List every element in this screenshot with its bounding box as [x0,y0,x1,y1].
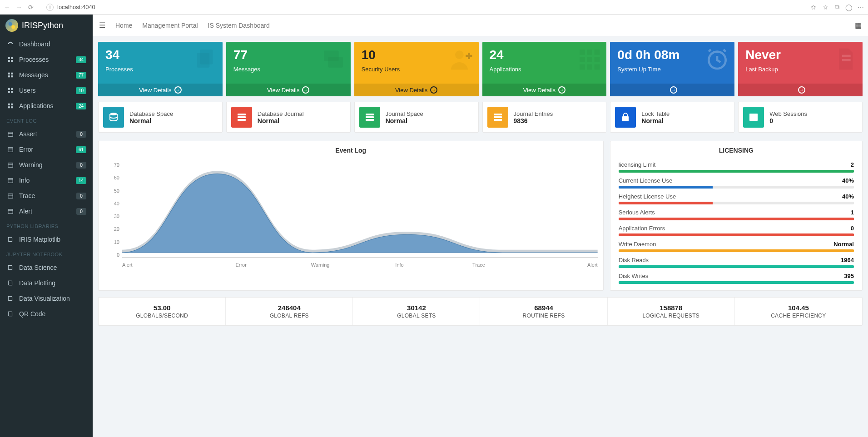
brand-logo-icon [5,19,18,32]
mini-box-web-sessions[interactable]: Web Sessions0 [738,102,863,133]
sidebar-item-processes[interactable]: Processes34 [0,52,93,67]
mini-box-journal-space[interactable]: Journal SpaceNormal [354,102,479,133]
mini-box-journal-entries[interactable]: Journal Entries9836 [482,102,607,133]
arrow-right-icon [430,86,437,94]
sidebar-item-warning[interactable]: Warning0 [0,157,93,173]
favorite-icon[interactable]: ☆ [822,4,829,11]
refresh-icon[interactable]: ⟳ [27,4,35,11]
sidebar-section-jupyter: JUPYTER NOTEBOOK [0,247,93,260]
view-details-link[interactable]: View Details [226,84,351,96]
view-details-link[interactable] [610,84,734,96]
svg-rect-11 [11,88,13,90]
apps-grid-icon[interactable]: ▦ [855,21,862,30]
progress-bar [619,249,854,252]
sidebar-item-label: Messages [19,71,76,79]
more-icon[interactable]: ⋯ [857,4,864,11]
breadcrumb-portal[interactable]: Management Portal [142,22,198,29]
x-tick-label: Trace [439,262,518,268]
svg-rect-53 [366,119,374,121]
mini-title: Database Space [129,110,173,117]
sidebar-item-messages[interactable]: Messages77 [0,67,93,83]
mini-box-database-journal[interactable]: Database JournalNormal [226,102,351,133]
sidebar-item-assert[interactable]: Assert0 [0,126,93,142]
breadcrumb-home[interactable]: Home [115,22,132,29]
licensing-row-current-license-use: Current License Use40% [610,175,862,191]
sidebar-item-label: Info [19,177,76,184]
topbar: ☰ Home Management Portal IS System Dashb… [93,15,868,36]
metric-global-sets: 30142GLOBAL SETS [353,298,480,325]
view-details-link[interactable]: View Details [354,84,479,96]
metric-logical-requests: 158878LOGICAL REQUESTS [608,298,735,325]
sidebar-item-info[interactable]: Info14 [0,173,93,188]
svg-rect-42 [587,65,593,70]
info-icon[interactable]: i [46,4,54,11]
sidebar-item-alert[interactable]: Alert0 [0,204,93,219]
svg-rect-22 [8,163,13,167]
svg-rect-39 [587,57,593,62]
read-aloud-icon[interactable]: ✩ [810,4,817,11]
sidebar-item-dashboard[interactable]: Dashboard [0,36,93,52]
collections-icon[interactable]: ⧉ [833,4,841,11]
sidebar-item-error[interactable]: Error61 [0,142,93,157]
sidebar-item-label: Warning [19,161,76,169]
stat-box-last-backup: NeverLast Backup [738,42,863,96]
svg-rect-56 [494,119,502,121]
useradd-icon [449,46,474,72]
profile-icon[interactable]: ◯ [845,4,853,11]
metric-label: GLOBALS/SECOND [102,313,222,319]
sidebar-item-badge: 14 [76,177,86,184]
mini-value: Normal [386,117,423,124]
brand[interactable]: IRISPython [0,15,93,36]
x-tick-label: Alert [518,262,597,268]
svg-rect-59 [749,114,758,116]
address-text[interactable]: localhost:4040 [57,4,95,10]
sidebar-item-label: Data Visualization [19,295,86,302]
svg-rect-17 [11,106,13,108]
sidebar-item-qr-code[interactable]: QR Code [0,306,93,322]
sidebar-item-applications[interactable]: Applications24 [0,98,93,114]
view-details-link[interactable]: View Details [482,84,607,96]
breadcrumb-dashboard[interactable]: IS System Dashboard [208,22,270,29]
mini-box-database-space[interactable]: Database SpaceNormal [98,102,223,133]
svg-rect-51 [366,114,374,115]
stat-box-applications: 24ApplicationsView Details [482,42,607,96]
svg-rect-3 [11,57,13,59]
svg-rect-2 [8,57,10,59]
x-tick-label: Info [360,262,439,268]
arrow-right-icon [174,86,182,94]
sidebar-item-users[interactable]: Users10 [0,83,93,98]
view-details-link[interactable]: View Details [98,84,223,96]
metric-value: 30142 [357,304,476,312]
metric-label: LOGICAL REQUESTS [611,313,731,319]
y-tick-label: 50 [114,188,122,194]
svg-rect-10 [8,88,10,90]
licensing-title: LICENSING [610,141,862,159]
sidebar-section-pylib: PYTHON LIBRARIES [0,219,93,232]
svg-rect-50 [238,119,246,121]
db-icon [103,107,124,128]
sidebar-item-data-plotting[interactable]: Data Plotting [0,275,93,291]
menu-toggle-icon[interactable]: ☰ [99,21,105,30]
licensing-label: Heighest License Use [619,193,676,200]
licensing-label: Disk Reads [619,257,649,263]
svg-rect-37 [595,50,600,55]
metric-label: ROUTINE REFS [484,313,603,319]
sidebar-item-trace[interactable]: Trace0 [0,188,93,204]
svg-rect-35 [580,50,585,55]
sidebar-item-data-science[interactable]: Data Science [0,260,93,275]
svg-rect-31 [197,53,209,68]
svg-rect-6 [8,73,10,74]
x-tick-label: Alert [122,262,201,268]
svg-rect-33 [328,57,343,67]
svg-rect-43 [595,65,600,70]
svg-rect-12 [8,91,10,93]
sidebar-item-iris-matplotlib[interactable]: IRIS Matplotlib [0,232,93,247]
metric-value: 53.00 [102,304,222,312]
licensing-value: 1 [851,209,854,216]
sidebar-item-data-visualization[interactable]: Data Visualization [0,291,93,306]
mini-box-lock-table[interactable]: Lock TableNormal [610,102,734,133]
licensing-row-licensing-limit: licensing Limit2 [610,159,862,175]
view-details-link[interactable] [738,84,863,96]
sidebar-item-badge: 0 [76,131,86,138]
licensing-row-disk-writes: Disk Writes395 [610,271,862,287]
